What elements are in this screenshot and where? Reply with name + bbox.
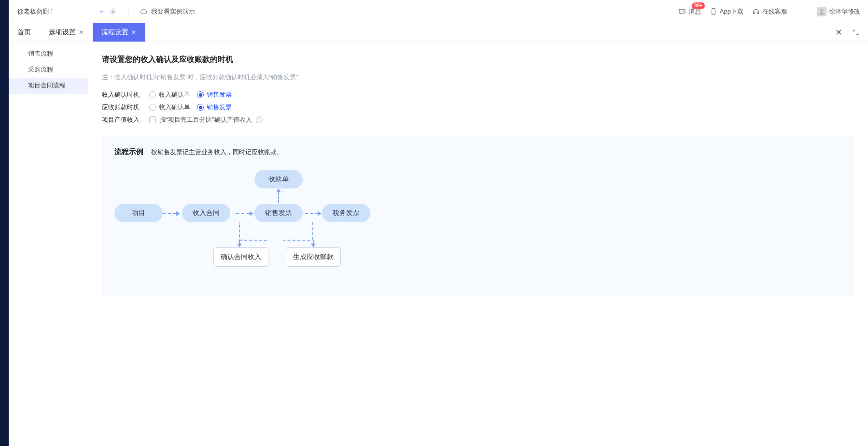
node-receipt: 收款单 <box>254 170 303 188</box>
user-menu[interactable]: 徐泽华修改 <box>817 7 860 16</box>
main-content: 请设置您的收入确认及应收账款的时机 注：收入确认时机为“销售发票”时，应收账款确… <box>88 42 868 445</box>
svg-point-7 <box>821 9 823 12</box>
radio-income-sales-invoice[interactable]: 销售发票 <box>197 90 232 99</box>
left-app-strip <box>0 0 9 445</box>
radio-label: 销售发票 <box>207 90 232 99</box>
tab-options[interactable]: 选项设置 ✕ <box>40 23 93 42</box>
radio-receivable-sales-invoice[interactable]: 销售发票 <box>197 103 232 112</box>
node-income-contract: 收入合同 <box>182 204 230 222</box>
close-icon[interactable]: ✕ <box>79 29 84 36</box>
row2-label: 应收账款时机 <box>102 103 142 112</box>
sidebar: 销售流程 采购流程 项目合同流程 <box>9 42 88 445</box>
checkbox-project-percentage[interactable]: 按“项目完工百分比”确认产值收入 ? <box>149 115 263 124</box>
close-all-icon[interactable]: ✕ <box>832 26 845 39</box>
arrow-icon <box>163 211 180 216</box>
panel-subtitle: 按销售发票记主营业务收入，同时记应收账款。 <box>151 148 283 157</box>
arrow-up-icon <box>276 188 281 203</box>
topbar-right: 消息 99+ App下载 在线客服 徐泽华修改 <box>678 6 860 17</box>
row-income-confirm: 收入确认时机 收入确认单 销售发票 <box>102 90 854 99</box>
arrow-icon <box>236 211 253 216</box>
arrow-down-icon <box>311 240 316 247</box>
messages-badge: 99+ <box>692 2 705 9</box>
radio-label: 销售发票 <box>207 103 232 112</box>
demo-link[interactable]: 我要看实例演示 <box>140 7 195 16</box>
flow-example-panel: 流程示例 按销售发票记主营业务收入，同时记应收账款。 收款单 项目 收入合同 销… <box>102 135 854 296</box>
node-tax-invoice: 税务发票 <box>322 204 370 222</box>
avatar-icon <box>817 7 826 16</box>
headset-icon <box>752 8 760 15</box>
panel-title: 流程示例 <box>114 147 143 157</box>
svg-point-4 <box>683 11 684 11</box>
checkbox-label: 按“项目完工百分比”确认产值收入 <box>160 115 252 124</box>
sidebar-item-sales[interactable]: 销售流程 <box>9 46 88 62</box>
node-project: 项目 <box>114 204 163 222</box>
svg-point-0 <box>112 11 114 13</box>
row-receivable: 应收账款时机 收入确认单 销售发票 <box>102 103 854 112</box>
tabs: 首页 选项设置 ✕ 流程设置 ✕ <box>9 23 145 42</box>
gear-icon[interactable] <box>109 8 117 15</box>
chevron-down-icon <box>98 9 104 14</box>
divider <box>128 6 129 17</box>
topbar: 徐老板勿删！ 我要看实例演示 <box>9 0 868 23</box>
expand-icon[interactable] <box>850 26 862 39</box>
svg-point-3 <box>682 11 682 11</box>
radio-label: 收入确认单 <box>159 90 190 99</box>
tabbar-right: ✕ <box>832 26 868 39</box>
radio-icon <box>149 91 156 98</box>
tab-options-label: 选项设置 <box>49 28 76 37</box>
message-icon <box>678 8 686 15</box>
help-icon[interactable]: ? <box>256 116 263 123</box>
page-title: 请设置您的收入确认及应收账款的时机 <box>102 55 854 65</box>
radio-icon <box>197 91 204 98</box>
workspace-selector[interactable]: 徐老板勿删！ <box>16 5 118 18</box>
radio-receivable-confirm-doc[interactable]: 收入确认单 <box>149 103 190 112</box>
messages-button[interactable]: 消息 99+ <box>678 7 701 16</box>
row-project-value: 项目产值收入 按“项目完工百分比”确认产值收入 ? <box>102 115 854 124</box>
demo-link-label: 我要看实例演示 <box>151 7 195 16</box>
node-confirm-income: 确认合同收入 <box>213 247 268 267</box>
node-gen-receivable: 生成应收账款 <box>286 247 341 267</box>
tab-home-label: 首页 <box>17 28 31 37</box>
flow-diagram: 收款单 项目 收入合同 销售发票 税务发票 确认合同收入 生成应收账款 <box>114 170 842 276</box>
sidebar-item-project[interactable]: 项目合同流程 <box>9 78 88 94</box>
radio-icon <box>149 104 156 111</box>
arrow-icon <box>305 211 322 216</box>
app-download-button[interactable]: App下载 <box>710 7 743 16</box>
checkbox-icon <box>149 116 156 123</box>
arrow-down-icon <box>237 240 242 247</box>
tab-home[interactable]: 首页 <box>9 23 40 42</box>
page-hint: 注：收入确认时机为“销售发票”时，应收账款确认时机必须为“销售发票” <box>102 73 854 82</box>
divider <box>802 6 802 17</box>
topbar-left: 徐老板勿删！ 我要看实例演示 <box>16 5 195 18</box>
svg-point-6 <box>713 14 714 14</box>
tab-flow-label: 流程设置 <box>101 28 128 37</box>
row1-label: 收入确认时机 <box>102 90 142 99</box>
sidebar-item-purchase[interactable]: 采购流程 <box>9 62 88 78</box>
tabbar: 首页 选项设置 ✕ 流程设置 ✕ ✕ <box>9 23 868 42</box>
row3-label: 项目产值收入 <box>102 115 142 124</box>
phone-icon <box>710 8 717 15</box>
connector-icon <box>239 222 269 241</box>
online-service-button[interactable]: 在线客服 <box>752 7 787 16</box>
online-service-label: 在线客服 <box>762 7 787 16</box>
radio-label: 收入确认单 <box>159 103 190 112</box>
radio-income-confirm-doc[interactable]: 收入确认单 <box>149 90 190 99</box>
radio-icon <box>197 104 204 111</box>
workspace-name: 徐老板勿删！ <box>17 7 55 16</box>
close-icon[interactable]: ✕ <box>131 29 136 36</box>
cloud-icon <box>140 7 148 16</box>
svg-point-2 <box>681 11 681 11</box>
user-name: 徐泽华修改 <box>829 7 860 16</box>
app-download-label: App下载 <box>720 7 743 16</box>
node-sales-invoice: 销售发票 <box>254 204 303 222</box>
tab-flow[interactable]: 流程设置 ✕ <box>93 23 145 42</box>
connector-icon <box>283 222 313 241</box>
